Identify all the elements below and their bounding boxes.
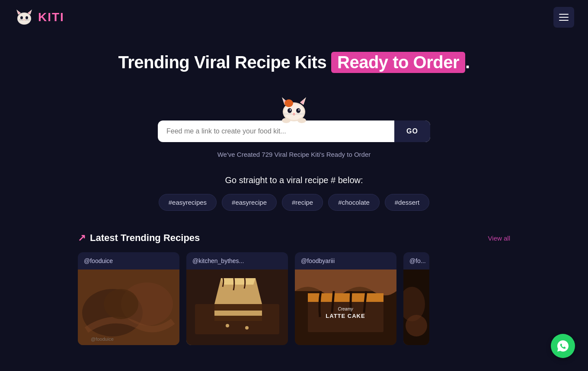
recipe-card-3-image: Creamy LATTE CAKE	[295, 270, 396, 345]
go-straight-title: Go straight to a viral recipe # below:	[225, 175, 363, 185]
menu-bar-2	[559, 17, 569, 18]
recipe-card-2-image	[186, 270, 288, 345]
whatsapp-icon	[556, 339, 570, 353]
subtitle-text: We've Created 729 Viral Recipe Kiti's Re…	[217, 151, 371, 158]
hashtag-easyrecipe[interactable]: #easyrecipe	[222, 194, 277, 211]
recipe-card-1-handle: @fooduice	[78, 252, 179, 270]
svg-point-53	[406, 315, 427, 336]
hashtag-easyrecipes[interactable]: #easyrecipes	[159, 194, 217, 211]
headline-dot: .	[465, 53, 470, 72]
hashtag-chocolate[interactable]: #chocolate	[328, 194, 380, 211]
svg-point-22	[290, 109, 291, 111]
svg-rect-41	[214, 311, 262, 316]
recipe-card-3-handle: @foodbyariii	[295, 252, 396, 270]
svg-point-43	[226, 324, 229, 327]
svg-point-30	[297, 118, 306, 123]
recipe-card-1-image: @fooduice	[78, 270, 179, 345]
svg-point-7	[26, 16, 28, 19]
svg-text:@fooduice: @fooduice	[91, 336, 114, 342]
svg-text:Creamy: Creamy	[338, 307, 353, 311]
recipe-card-4-handle: @fo...	[403, 252, 429, 270]
page-headline: Trending Viral Recipe Kits Ready to Orde…	[118, 52, 470, 73]
hashtag-recipe[interactable]: #recipe	[282, 194, 323, 211]
svg-point-34	[104, 289, 138, 319]
headline-prefix: Trending Viral Recipe Kits	[118, 53, 326, 72]
menu-bar-1	[559, 14, 569, 15]
hashtag-dessert[interactable]: #dessert	[385, 194, 430, 211]
svg-point-24	[293, 113, 295, 114]
trending-title: ↗ Latest Trending Recipes	[78, 232, 200, 244]
svg-point-8	[24, 19, 25, 20]
svg-point-1	[18, 13, 30, 24]
logo-icon	[14, 7, 35, 28]
svg-point-19	[284, 99, 293, 107]
main-content: Trending Viral Recipe Kits Ready to Orde…	[0, 35, 588, 362]
recipe-card-2[interactable]: @kitchen_bythes...	[186, 252, 288, 345]
hashtag-container: #easyrecipes #easyrecipe #recipe #chocol…	[159, 194, 430, 211]
recipe-card-4[interactable]: @fo...	[403, 252, 429, 345]
logo[interactable]: KITI	[14, 7, 64, 28]
recipe-card-2-handle: @kitchen_bythes...	[186, 252, 288, 270]
trending-title-text: Latest Trending Recipes	[90, 232, 200, 244]
menu-button[interactable]	[553, 7, 574, 28]
svg-point-21	[296, 108, 300, 113]
svg-point-44	[245, 326, 249, 330]
trending-header: ↗ Latest Trending Recipes View all	[78, 232, 510, 244]
recipe-card-4-image	[403, 270, 429, 345]
svg-rect-42	[214, 316, 262, 321]
cat-mascot	[277, 90, 311, 125]
svg-text:LATTE CAKE: LATTE CAKE	[326, 313, 365, 319]
view-all-link[interactable]: View all	[488, 235, 510, 242]
svg-point-20	[288, 108, 292, 113]
svg-point-6	[20, 16, 23, 19]
search-input[interactable]	[158, 120, 394, 142]
menu-bar-3	[559, 20, 569, 21]
trending-icon: ↗	[78, 232, 86, 244]
svg-point-29	[282, 118, 291, 123]
recipe-card-3[interactable]: @foodbyariii	[295, 252, 396, 345]
headline-highlight: Ready to Order	[331, 52, 465, 73]
trending-section: ↗ Latest Trending Recipes View all @food…	[78, 232, 510, 362]
recipe-card-1[interactable]: @fooduice @fooduice	[78, 252, 179, 345]
go-button[interactable]: GO	[394, 120, 430, 142]
svg-rect-40	[214, 304, 262, 311]
header: KITI	[0, 0, 588, 35]
whatsapp-button[interactable]	[551, 334, 575, 358]
logo-text: KITI	[38, 10, 64, 24]
svg-point-23	[298, 109, 300, 111]
svg-marker-39	[221, 278, 256, 285]
recipe-cards: @fooduice @fooduice @kitchen_	[78, 252, 510, 345]
